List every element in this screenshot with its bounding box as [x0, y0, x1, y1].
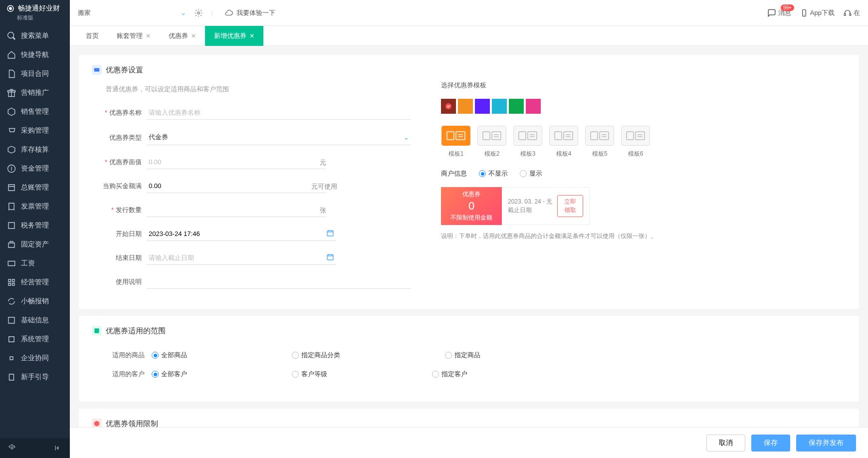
sidebar-item-label: 项目合同: [21, 69, 49, 78]
sidebar-item-13[interactable]: 经营管理: [0, 273, 70, 292]
color-swatch-5[interactable]: [526, 99, 541, 114]
svg-rect-14: [327, 254, 333, 260]
scope-goods-opt-2[interactable]: 指定商品: [445, 351, 480, 360]
save-button[interactable]: 保存: [751, 435, 790, 452]
template-4[interactable]: 模板5: [585, 126, 615, 158]
tab-0[interactable]: 首页: [77, 26, 108, 46]
close-icon[interactable]: ✕: [191, 32, 196, 39]
sidebar-item-label: 税务管理: [21, 221, 49, 230]
sidebar-item-4[interactable]: 销售管理: [0, 102, 70, 121]
box-icon: [7, 145, 16, 154]
field-threshold-label: 当购买金额满: [103, 182, 142, 190]
svg-rect-9: [94, 68, 100, 72]
merchant-hide-radio[interactable]: 不显示: [479, 169, 508, 178]
sidebar-item-0[interactable]: 搜索菜单: [0, 26, 70, 45]
threshold-input[interactable]: [147, 179, 326, 193]
sidebar-item-6[interactable]: 库存核算: [0, 140, 70, 159]
settings-icon[interactable]: [8, 444, 16, 452]
note-input[interactable]: [147, 275, 411, 289]
experience-label: 我要体验一下: [236, 8, 275, 17]
coupon-face-input[interactable]: [147, 155, 326, 169]
gear-icon[interactable]: [194, 8, 203, 17]
svg-rect-31: [555, 132, 562, 140]
scope-cust-opt-1[interactable]: 客户等级: [292, 370, 327, 379]
close-icon[interactable]: ✕: [249, 32, 254, 39]
tab-2[interactable]: 优惠券✕: [160, 26, 205, 46]
field-face-label: 优惠券面值: [109, 158, 142, 166]
calendar-icon[interactable]: [326, 253, 334, 261]
coupon-name-input[interactable]: [147, 106, 411, 120]
tab-3[interactable]: 新增优惠券✕: [205, 26, 263, 46]
sidebar-item-9[interactable]: 发票管理: [0, 197, 70, 216]
sidebar-item-3[interactable]: 营销推广: [0, 83, 70, 102]
messages-link[interactable]: 消息 99+: [767, 8, 791, 17]
cancel-button[interactable]: 取消: [706, 435, 745, 452]
color-swatch-4[interactable]: [509, 99, 524, 114]
sidebar-item-8[interactable]: 总账管理: [0, 178, 70, 197]
coupon-type-select[interactable]: 代金券⌄: [147, 130, 411, 145]
sidebar-item-18[interactable]: 新手引导: [0, 368, 70, 387]
svg-rect-19: [447, 132, 454, 140]
scope-goods-opt-0[interactable]: 全部商品: [152, 351, 187, 360]
coupon-scope-panel: 优惠券适用的范围 适用的商品 全部商品指定商品分类指定商品 适用的客户 全部客户…: [79, 316, 859, 402]
scope-cust-opt-0[interactable]: 全部客户: [152, 370, 187, 379]
refresh-icon: [7, 297, 16, 306]
sidebar-item-14[interactable]: 小畅报销: [0, 292, 70, 311]
sidebar-item-label: 总账管理: [21, 183, 49, 192]
svg-point-2: [11, 447, 13, 449]
color-swatch-1[interactable]: [458, 99, 473, 114]
template-0[interactable]: 模板1: [441, 126, 471, 158]
sidebar-item-label: 经营管理: [21, 278, 49, 287]
collapse-icon[interactable]: [54, 444, 62, 452]
scope-cust-opt-2[interactable]: 指定客户: [432, 370, 467, 379]
preview-title: 优惠券: [462, 190, 480, 199]
explain-text: 说明：下单时，适用此优惠券商品的合计金额满足条件才可以使用（仅限一张）。: [441, 232, 846, 240]
section-settings-desc: 普通优惠券，可以设定适用商品和客户范围: [106, 85, 411, 94]
svg-point-18: [445, 103, 451, 109]
svg-point-44: [94, 421, 100, 427]
color-swatch-3[interactable]: [492, 99, 507, 114]
cloud-icon: [224, 8, 233, 17]
sidebar-item-17[interactable]: 企业协同: [0, 349, 70, 368]
file-icon: [7, 69, 16, 78]
tab-1[interactable]: 账套管理✕: [108, 26, 160, 46]
brand-name: 畅捷通好业财: [18, 4, 60, 13]
sidebar-item-15[interactable]: 基础信息: [0, 311, 70, 330]
end-date-input[interactable]: [147, 251, 336, 265]
template-5[interactable]: 模板6: [621, 126, 651, 158]
face-suffix: 元: [320, 158, 326, 167]
color-swatch-0[interactable]: [441, 99, 456, 114]
support-link[interactable]: 在: [844, 8, 860, 17]
start-date-input[interactable]: [147, 227, 336, 241]
scope-goods-opt-1[interactable]: 指定商品分类: [292, 351, 340, 360]
sidebar-item-1[interactable]: 快捷导航: [0, 45, 70, 64]
phone-icon: [800, 9, 808, 17]
sidebar-item-11[interactable]: 固定资产: [0, 235, 70, 254]
qty-input[interactable]: [147, 203, 326, 217]
merchant-show-label: 显示: [529, 169, 542, 178]
template-1[interactable]: 模板2: [477, 126, 507, 158]
salary-icon: [7, 259, 16, 268]
app-download-link[interactable]: App下载: [800, 8, 835, 17]
support-label: 在: [854, 8, 860, 17]
publish-button[interactable]: 保存并发布: [796, 435, 856, 452]
sidebar-item-5[interactable]: 采购管理: [0, 121, 70, 140]
field-name-label: 优惠券名称: [109, 109, 142, 116]
template-2[interactable]: 模板3: [513, 126, 543, 158]
ledger-icon: [7, 183, 16, 192]
sidebar-item-10[interactable]: 税务管理: [0, 216, 70, 235]
template-3[interactable]: 模板4: [549, 126, 579, 158]
threshold-suffix: 元可使用: [311, 182, 337, 191]
sidebar-item-7[interactable]: 资金管理: [0, 159, 70, 178]
calendar-icon[interactable]: [326, 229, 334, 237]
sidebar-item-16[interactable]: 系统管理: [0, 330, 70, 349]
sidebar-item-2[interactable]: 项目合同: [0, 64, 70, 83]
color-swatch-2[interactable]: [475, 99, 490, 114]
experience-link[interactable]: 我要体验一下: [224, 8, 275, 17]
close-icon[interactable]: ✕: [146, 32, 151, 39]
svg-point-4: [198, 11, 200, 14]
merchant-show-radio[interactable]: 显示: [520, 169, 542, 178]
sidebar-item-12[interactable]: 工资: [0, 254, 70, 273]
org-selector[interactable]: 搬家 ⌄: [78, 8, 186, 17]
preview-claim-button[interactable]: 立即领取: [557, 195, 583, 217]
